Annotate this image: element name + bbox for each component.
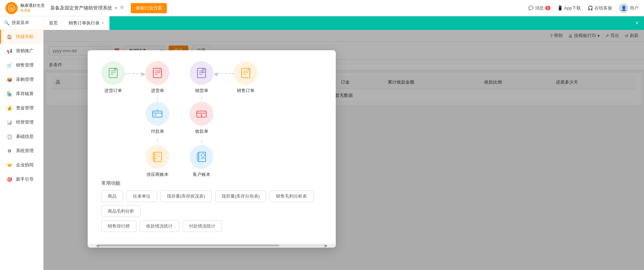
sidebar-item-marketing[interactable]: 📢 营销推广 bbox=[0, 44, 43, 58]
online-service-item[interactable]: 🎧 在线客服 bbox=[588, 5, 612, 11]
s3 bbox=[169, 136, 190, 144]
logo-icon: 畅 bbox=[5, 2, 18, 14]
app-container: 畅 畅康通好生意 标准版 装备及固定资产辅助管理系统 ▾ ⚙ 体验行业方案 💬 … bbox=[0, 0, 644, 270]
flow-row-1: 进货订单 ▶ bbox=[101, 61, 322, 94]
tab-home[interactable]: 首页 bbox=[43, 16, 63, 30]
flow-node-customer-ledger[interactable]: 客户账本 bbox=[190, 145, 213, 178]
tab-sales-order[interactable]: 销售订单执行表 × bbox=[63, 16, 109, 30]
sidebar-item-label-finance: 资金管理 bbox=[16, 105, 34, 111]
func-btn-stock-dist[interactable]: 现存量(库存分布表) bbox=[215, 191, 266, 202]
service-label: 在线客服 bbox=[594, 5, 612, 11]
sales-bill-label: 销货单 bbox=[195, 88, 208, 94]
func-btn-payment-stat[interactable]: 付款情况统计 bbox=[182, 220, 222, 232]
tab-bar: 首页 销售订单执行表 × × bbox=[43, 16, 644, 30]
sidebar-item-basic-info[interactable]: 📋 基础信息 bbox=[0, 129, 43, 144]
flow-node-receipt[interactable]: ¥ 收款单 bbox=[190, 102, 213, 134]
flow-row-2: ¥ 付款单 ¥ 收款单 bbox=[101, 102, 322, 134]
tab-close-icon[interactable]: × bbox=[102, 21, 104, 25]
modal-scrollbar[interactable]: ◀ ▶ bbox=[88, 244, 336, 248]
payment-circle: ¥ bbox=[145, 102, 169, 126]
scroll-right-arrow[interactable]: ▶ bbox=[325, 243, 328, 248]
sidebar-item-label-sales: 销售管理 bbox=[16, 62, 34, 68]
arrow-d3: ↓ bbox=[145, 136, 169, 144]
search-label: 搜索菜单 bbox=[12, 20, 29, 26]
func-btn-goods-gross[interactable]: 商品毛利分析 bbox=[101, 205, 141, 217]
sidebar-item-label-inventory: 库存核算 bbox=[16, 91, 34, 97]
sidebar-item-quick-nav[interactable]: 🏠 快捷导航 bbox=[0, 30, 43, 44]
purchase-order-label: 进货订单 bbox=[104, 88, 122, 94]
sidebar-item-label-newbie: 新手引导 bbox=[16, 176, 34, 182]
message-label: 消息 bbox=[535, 5, 544, 11]
tab-bar-close-icon[interactable]: × bbox=[636, 20, 644, 26]
customer-ledger-circle bbox=[190, 145, 213, 169]
page-content: ? 帮助 🖨 按模板打印 ▾ ↗ 导出 ↺ 刷新 bbox=[43, 30, 644, 270]
func-btn-sales-rank[interactable]: 销售排行榜 bbox=[101, 220, 136, 232]
spacer-1 bbox=[169, 74, 190, 81]
func-btn-goods[interactable]: 商品 bbox=[101, 191, 123, 202]
sidebar-item-enterprise[interactable]: 🤝 企业协同 bbox=[0, 158, 43, 172]
marketing-icon: 📢 bbox=[6, 48, 13, 54]
modal-overlay[interactable]: 进货订单 ▶ bbox=[43, 30, 644, 270]
scrollbar-track[interactable] bbox=[99, 245, 325, 247]
sidebar-item-newbie[interactable]: 🎯 新手引导 bbox=[0, 172, 43, 186]
svg-rect-14 bbox=[202, 69, 206, 72]
modal-content: 进货订单 ▶ bbox=[88, 50, 336, 244]
sales-order-label: 销售订单 bbox=[237, 88, 255, 94]
func-btn-sales-gross[interactable]: 销售毛利分析表 bbox=[269, 191, 313, 202]
func-btn-partners[interactable]: 往来单位 bbox=[126, 191, 157, 202]
func-btn-stock-status[interactable]: 现存量(库存状况表) bbox=[160, 191, 212, 202]
purchase-order-circle bbox=[101, 61, 125, 85]
settings-icon[interactable]: ⚙ bbox=[120, 5, 127, 12]
app-download-item[interactable]: 📱 App下载 bbox=[557, 5, 581, 11]
common-functions-title: 常用功能 bbox=[101, 180, 322, 186]
system-dropdown-icon[interactable]: ▾ bbox=[115, 5, 117, 11]
user-item[interactable]: 👤 用户 bbox=[619, 3, 639, 13]
logo-name: 畅康通好生意 bbox=[20, 3, 45, 8]
content-area: 首页 销售订单执行表 × × ? 帮助 🖨 按 bbox=[43, 16, 644, 270]
sales-icon: 🛒 bbox=[6, 62, 13, 68]
sales-order-circle bbox=[234, 61, 258, 85]
flow-node-purchase-order[interactable]: 进货订单 bbox=[101, 61, 125, 94]
sidebar-item-finance[interactable]: 💰 资金管理 bbox=[0, 101, 43, 115]
service-icon: 🎧 bbox=[588, 5, 593, 11]
payment-label: 付款单 bbox=[151, 128, 164, 134]
purchase-bill-label: 进货单 bbox=[151, 88, 164, 94]
sidebar-item-label-quick-nav: 快捷导航 bbox=[16, 34, 34, 40]
customer-ledger-label: 客户账本 bbox=[193, 172, 210, 178]
flow-node-supplier-ledger[interactable]: 供应商账本 bbox=[145, 145, 169, 178]
svg-point-37 bbox=[201, 154, 205, 157]
arrow-down-1: ↓ bbox=[145, 94, 169, 101]
sidebar-search[interactable]: 🔍 搜索菜单 bbox=[0, 16, 43, 30]
app-label: App下载 bbox=[564, 5, 581, 11]
svg-text:¥: ¥ bbox=[156, 108, 158, 111]
experience-button[interactable]: 体验行业方案 bbox=[131, 3, 167, 13]
svg-text:畅: 畅 bbox=[10, 6, 13, 10]
sidebar-item-label-basic-info: 基础信息 bbox=[16, 133, 34, 140]
purchase-bill-circle bbox=[145, 61, 169, 85]
logo-sub: 标准版 bbox=[20, 8, 45, 13]
func-btn-receipt-stat[interactable]: 收款情况统计 bbox=[140, 220, 179, 232]
svg-rect-31 bbox=[153, 153, 155, 161]
sidebar-item-label-system: 系统管理 bbox=[16, 148, 34, 154]
user-label: 用户 bbox=[630, 5, 639, 11]
flow-node-sales-order[interactable]: 销售订单 bbox=[234, 61, 258, 94]
sidebar-item-sales[interactable]: 🛒 销售管理 bbox=[0, 58, 43, 72]
logo-text-group: 畅康通好生意 标准版 bbox=[20, 3, 45, 13]
scroll-left-arrow[interactable]: ◀ bbox=[96, 243, 99, 248]
svg-rect-36 bbox=[197, 153, 199, 161]
message-item[interactable]: 💬 消息 6 bbox=[528, 5, 551, 11]
newbie-icon: 🎯 bbox=[6, 176, 13, 182]
tab-home-label: 首页 bbox=[49, 20, 58, 26]
sidebar-item-inventory[interactable]: 🏪 库存核算 bbox=[0, 87, 43, 101]
arrow-2: ◀ bbox=[213, 71, 234, 85]
flow-node-sales-bill[interactable]: 销货单 bbox=[190, 61, 213, 94]
sidebar-item-purchase[interactable]: 📦 采购管理 bbox=[0, 72, 43, 87]
flow-node-payment[interactable]: ¥ 付款单 bbox=[145, 102, 169, 134]
sidebar-item-operation[interactable]: 📊 经营管理 bbox=[0, 115, 43, 129]
message-badge: 6 bbox=[545, 6, 551, 10]
sidebar-item-system[interactable]: ⚙ 系统管理 bbox=[0, 144, 43, 158]
scrollbar-thumb[interactable] bbox=[99, 245, 279, 247]
sidebar-item-label-enterprise: 企业协同 bbox=[16, 162, 34, 168]
flow-node-purchase-bill[interactable]: 进货单 bbox=[145, 61, 169, 94]
logo-area: 畅 畅康通好生意 标准版 bbox=[5, 2, 46, 14]
